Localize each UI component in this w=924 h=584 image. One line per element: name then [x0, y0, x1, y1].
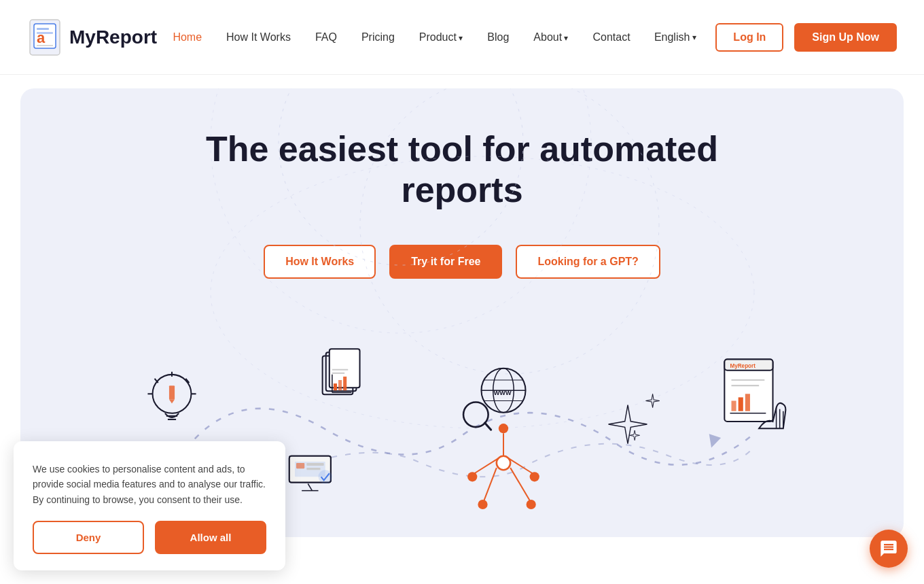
svg-rect-25: [338, 380, 342, 390]
svg-line-49: [510, 468, 529, 500]
svg-rect-4: [37, 28, 49, 30]
svg-rect-67: [306, 468, 320, 470]
nav-contact[interactable]: Contact: [592, 31, 630, 43]
cookie-text: We use cookies to personalise content an…: [33, 462, 266, 507]
nav-links: Home How It Works FAQ Pricing Product Bl…: [173, 31, 630, 44]
allow-all-button[interactable]: Allow all: [155, 521, 266, 554]
monitor-icon: [289, 456, 332, 490]
svg-rect-55: [732, 400, 736, 411]
svg-text:a: a: [37, 29, 46, 46]
nav-about[interactable]: About: [533, 31, 568, 43]
language-selector[interactable]: English: [646, 26, 705, 49]
search-globe-icon: WWW: [463, 368, 526, 429]
svg-rect-66: [306, 463, 323, 466]
nav-faq[interactable]: FAQ: [315, 31, 337, 43]
navbar: a MyReport Home How It Works FAQ Pricing…: [0, 0, 924, 75]
try-free-button[interactable]: Try it for Free: [389, 245, 502, 279]
svg-rect-65: [296, 463, 304, 468]
nav-blog[interactable]: Blog: [487, 31, 509, 43]
svg-rect-56: [739, 397, 743, 411]
svg-rect-5: [37, 32, 53, 34]
myreport-output-icon: MyReport: [724, 359, 785, 428]
gpt-button[interactable]: Looking for a GPT?: [516, 245, 660, 279]
logo-link[interactable]: a MyReport: [27, 17, 157, 58]
svg-text:MyReport: MyReport: [730, 362, 756, 368]
svg-rect-24: [334, 383, 337, 390]
svg-line-38: [485, 423, 491, 430]
how-it-works-button[interactable]: How It Works: [264, 245, 376, 279]
document-icon: [323, 349, 360, 394]
chat-button[interactable]: [870, 530, 908, 568]
sparkles-icon: [609, 394, 660, 443]
svg-rect-57: [745, 394, 750, 411]
logo-icon: a: [27, 17, 63, 58]
nav-product[interactable]: Product: [419, 31, 463, 43]
svg-rect-26: [343, 377, 346, 390]
cookie-banner: We use cookies to personalise content an…: [14, 441, 285, 570]
network-icon: [467, 424, 539, 509]
deny-button[interactable]: Deny: [33, 521, 144, 554]
hero-buttons: How It Works Try it for Free Looking for…: [48, 245, 876, 279]
svg-marker-15: [169, 399, 175, 403]
cookie-buttons: Deny Allow all: [33, 521, 266, 554]
svg-point-44: [527, 499, 536, 509]
nav-home[interactable]: Home: [173, 31, 202, 43]
nav-right: English Log In Sign Up Now: [646, 23, 897, 52]
nav-how-it-works[interactable]: How It Works: [226, 31, 291, 43]
svg-line-48: [484, 468, 497, 500]
svg-point-7: [211, 88, 591, 333]
svg-point-43: [478, 499, 487, 509]
nav-pricing[interactable]: Pricing: [361, 31, 395, 43]
brand-name: MyReport: [69, 27, 157, 48]
svg-marker-10: [708, 431, 723, 447]
lightbulb-icon: [147, 371, 196, 419]
signup-button[interactable]: Sign Up Now: [794, 23, 897, 52]
svg-point-40: [467, 472, 477, 481]
svg-line-68: [308, 483, 312, 490]
hero-title: The easiest tool for automated reports: [156, 129, 768, 211]
login-button[interactable]: Log In: [715, 23, 783, 52]
svg-point-42: [499, 424, 508, 433]
svg-rect-14: [169, 385, 175, 399]
svg-text:WWW: WWW: [494, 390, 512, 396]
svg-point-70: [319, 470, 332, 483]
svg-point-41: [530, 472, 539, 481]
chat-icon: [879, 539, 898, 558]
